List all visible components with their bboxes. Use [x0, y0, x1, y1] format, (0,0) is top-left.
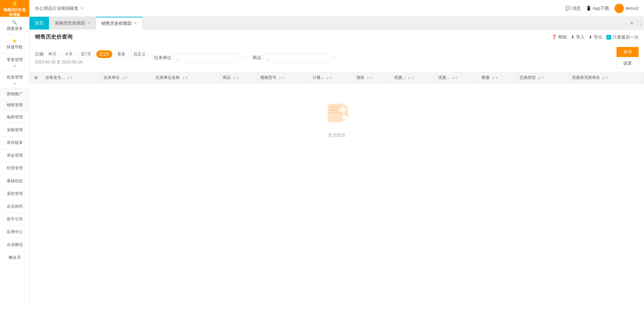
partner-filter-group: 往来单位 ··· [154, 54, 247, 62]
sort-icon: ▲▼ [66, 76, 73, 80]
user-profile[interactable]: demo2 [614, 4, 639, 13]
tab-home[interactable]: 首页 [30, 17, 49, 30]
th-discount2[interactable]: 优惠... ▲▼ [436, 72, 480, 84]
sidebar-item-label: 零售管理 [7, 57, 23, 63]
date-btn-1month[interactable]: 近1月 [96, 50, 113, 58]
th-settings[interactable]: ⚙ [30, 72, 43, 84]
import-label: 导入 [576, 34, 585, 40]
settings-button[interactable]: 设置 [616, 58, 639, 68]
sidebar-item-sales[interactable]: 销售管理 [0, 100, 29, 111]
sidebar-item-label: 搜索菜单 [7, 26, 23, 32]
th-quote-label: 报价 [357, 75, 365, 80]
topbar-dropdown-icon[interactable]: ▾ [81, 6, 83, 10]
date-buttons-group: 日期 昨天 今天 近7天 近1月 更多 自定义 [35, 50, 149, 58]
date-btn-7days[interactable]: 近7天 [78, 50, 94, 58]
sidebar-item-purchase[interactable]: 采购管理 [0, 124, 29, 137]
sidebar-item-newbie[interactable]: 新手引导 [0, 213, 29, 226]
import-icon: ⬆ [571, 35, 575, 40]
goods-input[interactable] [263, 54, 330, 62]
table-header-row: ⚙ 业务发生... ▲▼ 往来单位 ▲▼ 往来单位名称 ▲▼ [30, 72, 644, 84]
th-qty[interactable]: 数量 ▲▼ [480, 72, 517, 84]
th-quote[interactable]: 报价 ▲▼ [354, 72, 392, 84]
date-btn-more[interactable]: 更多 [114, 50, 128, 58]
page-title: 销售历史价查询 [35, 34, 72, 41]
th-partner-name-label: 往来单位名称 [156, 75, 180, 80]
sidebar-item-enterprise[interactable]: 企业协同 [0, 200, 29, 213]
app-download-label: App下载 [593, 5, 609, 11]
sidebar-item-search[interactable]: 🔍 搜索菜单 [0, 17, 29, 35]
svg-text:✦: ✦ [340, 101, 342, 104]
help-icon: ❓ [551, 35, 557, 40]
sidebar-item-label: 资金管理 [7, 153, 23, 158]
tab-purchase-history-close[interactable]: ✕ [87, 21, 90, 25]
only-last-label: 只看最后一次 [612, 34, 639, 40]
th-unit[interactable]: 计量... ▲▼ [311, 72, 355, 84]
message-icon: 💬 [565, 6, 571, 11]
tab-sales-history-close[interactable]: ✕ [134, 21, 137, 25]
sidebar-item-marketing[interactable]: 营销推广 [0, 89, 29, 100]
sidebar-item-basic[interactable]: 基础信息 [0, 175, 29, 188]
th-no-tax-price-label: 优惠前无税单价 [572, 75, 600, 80]
message-action[interactable]: 💬 消息 [565, 5, 581, 11]
goods-select-btn[interactable]: ··· [332, 55, 337, 61]
sidebar-item-apps[interactable]: 应用中心 [0, 226, 29, 239]
partner-select-btn[interactable]: ··· [243, 55, 247, 61]
sidebar-item-finance[interactable]: 资金管理 [0, 149, 29, 162]
date-btn-custom[interactable]: 自定义 [130, 50, 149, 58]
app-logo-text: 畅捷信好生意 [4, 7, 26, 12]
topbar-right: 💬 消息 📱 App下载 demo2 [565, 4, 639, 13]
tab-purchase-history[interactable]: 采购历史价跟踪 ✕ [49, 17, 96, 30]
sidebar-item-member[interactable]: 畅会员 [0, 251, 29, 264]
th-partner-code-label: 往来单位 [104, 75, 120, 80]
tab-bar: 首页 采购历史价跟踪 ✕ 销售历史价跟踪 ✕ ✕ ⛶ [30, 17, 644, 30]
sidebar-item-inventory[interactable]: 库存核算 [0, 137, 29, 149]
th-discount1[interactable]: 优惠... ▲▼ [392, 72, 436, 84]
message-label: 消息 [572, 5, 581, 11]
tab-sales-history[interactable]: 销售历史价跟踪 ✕ [96, 17, 143, 30]
th-goods[interactable]: 商品 ▲▼ [220, 72, 258, 84]
user-name: demo2 [625, 6, 639, 11]
sidebar-item-wechat[interactable]: 企业微信 [0, 239, 29, 251]
th-partner-name[interactable]: 往来单位名称 ▲▼ [154, 72, 220, 84]
sidebar-item-operations[interactable]: 经营管理 [0, 162, 29, 175]
th-trade-type[interactable]: 交易类型 ▲▼ [517, 72, 570, 84]
date-btn-yesterday[interactable]: 昨天 [46, 50, 60, 58]
th-partner-code[interactable]: 往来单位 ▲▼ [101, 72, 154, 84]
page-header-actions: ❓ 帮助 ⬆ 导入 ⬇ 导出 ✓ 只看最后一次 [551, 34, 639, 40]
main-area: 办公用品行业模拟账套 ▾ 💬 消息 📱 App下载 demo2 首页 采购历史价… [30, 0, 644, 310]
sidebar-item-label: 批发管理 [7, 74, 23, 80]
maximize-tab-button[interactable]: ⛶ [637, 20, 641, 26]
sidebar-item-wholesale[interactable]: 批发管理 ▲ [0, 71, 29, 89]
partner-input[interactable] [173, 54, 240, 62]
sidebar-item-retail[interactable]: 零售管理 ▲ [0, 54, 29, 71]
sort-icon: ▲▼ [121, 76, 128, 80]
sort-icon: ▲▼ [451, 76, 458, 80]
sidebar-item-label: 畅会员 [9, 255, 21, 260]
help-action[interactable]: ❓ 帮助 [551, 34, 567, 40]
only-last-checkbox[interactable]: ✓ [606, 35, 611, 40]
svg-rect-4 [329, 112, 337, 113]
topbar: 办公用品行业模拟账套 ▾ 💬 消息 📱 App下载 demo2 [30, 0, 644, 17]
th-spec[interactable]: 规格型号 ▲▼ [258, 72, 311, 84]
app-download-action[interactable]: 📱 App下载 [586, 5, 609, 11]
th-qty-label: 数量 [482, 75, 490, 80]
sort-icon: ▲▼ [182, 76, 189, 80]
sidebar-item-ecommerce[interactable]: 电商管理 [0, 111, 29, 124]
export-action[interactable]: ⬇ 导出 [589, 34, 602, 40]
th-no-tax-price[interactable]: 优惠前无税单价 ▲▼ [570, 72, 644, 84]
svg-text:✦: ✦ [347, 105, 348, 107]
th-goods-label: 商品 [223, 75, 231, 80]
sidebar-item-quick-nav[interactable]: ⭐ 快捷导航 [0, 35, 29, 54]
th-biz-date[interactable]: 业务发生... ▲▼ [43, 72, 101, 84]
goods-filter-label: 商品 [253, 55, 261, 61]
date-btn-today[interactable]: 今天 [62, 50, 76, 58]
import-action[interactable]: ⬆ 导入 [571, 34, 585, 40]
empty-text: 暂无数据 [328, 132, 345, 138]
sidebar-item-label: 企业协同 [7, 204, 23, 209]
sidebar-item-system[interactable]: 系统管理 [0, 188, 29, 200]
topbar-title: 办公用品行业模拟账套 [35, 5, 78, 11]
query-button[interactable]: 查询 [616, 47, 639, 57]
close-tab-button[interactable]: ✕ [630, 20, 634, 26]
filter-actions: 查询 设置 [616, 47, 639, 68]
only-last-checkbox-label[interactable]: ✓ 只看最后一次 [606, 34, 639, 40]
